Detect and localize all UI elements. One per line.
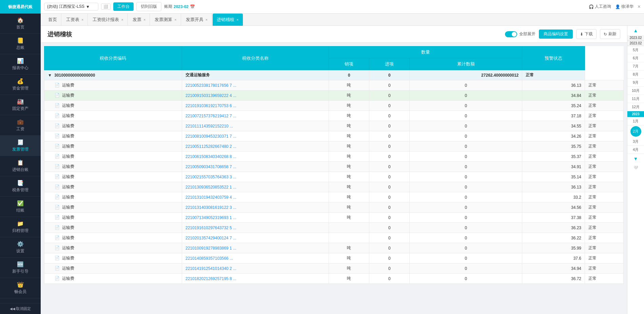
timeline-month-2[interactable]: 2月: [630, 126, 641, 137]
table-row[interactable]: 📄 运输费 2210191036192170753 6 ... 吨 0 0 35…: [44, 101, 624, 111]
item-tag: [329, 223, 369, 233]
tab-invoice-open-close[interactable]: ×: [206, 18, 208, 22]
sidebar-item-member[interactable]: 👑 畅会员: [0, 278, 41, 298]
sidebar-item-invoice-mgmt[interactable]: 🧾 发票管理: [0, 136, 41, 156]
sidebar-item-tax-label: 税务管理: [12, 187, 28, 193]
pin-button[interactable]: ◀◀ 取消固定: [0, 303, 41, 314]
item-tag: 吨: [329, 101, 369, 111]
item-sales: 0: [369, 202, 410, 213]
tab-invoice-open[interactable]: 发票开具 ×: [182, 14, 212, 26]
item-tag: 吨: [329, 243, 369, 253]
sidebar-item-ledger[interactable]: 📒 总账: [0, 34, 41, 54]
table-row[interactable]: ▼ 301000000000000000 交通运输服务 0 0 27262.40…: [44, 70, 624, 80]
sidebar-item-report[interactable]: 📊 报表中心: [0, 54, 41, 75]
download-button[interactable]: ⬇ 下载: [576, 29, 597, 39]
item-purchase: 0: [410, 233, 522, 243]
item-status: 正常: [585, 91, 624, 101]
item-purchase: 0: [410, 152, 522, 162]
user-button[interactable]: 👤 徐泽华: [615, 4, 633, 9]
col-sales: 销项: [329, 58, 369, 70]
timeline-month-6[interactable]: 6月: [627, 54, 644, 62]
expand-toggle[interactable]: 全部展开: [505, 31, 535, 37]
sidebar-item-home[interactable]: 🏠 首页: [0, 14, 41, 34]
tab-home[interactable]: 首页: [44, 14, 61, 26]
timeline-month-5[interactable]: 5月: [627, 46, 644, 54]
calendar-icon[interactable]: 📅: [190, 4, 195, 9]
copy-icon[interactable]: ⬜: [101, 3, 111, 10]
tab-invoice-calc-close[interactable]: ×: [174, 18, 176, 22]
tab-invoice-close[interactable]: ×: [143, 18, 145, 22]
tab-reconcile-close[interactable]: ×: [236, 18, 238, 22]
item-sales: 0: [369, 263, 410, 274]
table-row[interactable]: 📄 运输费 2210201357429400124 7 ... 0 0 36.2…: [44, 233, 624, 243]
sidebar-item-settings[interactable]: ⚙️ 设置: [0, 237, 41, 258]
sidebar-item-archive[interactable]: 📁 归档管理: [0, 217, 41, 237]
tab-salary-report[interactable]: 工资统计报表 ×: [89, 14, 128, 26]
timeline-month-8[interactable]: 8月: [627, 71, 644, 79]
timeline-month-10[interactable]: 10月: [627, 87, 644, 95]
table-row[interactable]: 📄 运输费 2210131019432403759 4 ... 吨 0 0 33…: [44, 192, 624, 202]
sidebar: 畅捷通易代账 🏠 首页 📒 总账 📊 报表中心 💰 资金管理 🏭 固定资产 💼 …: [0, 0, 41, 314]
timeline-month-4[interactable]: 4月: [627, 146, 644, 154]
sidebar-item-member-label: 畅会员: [14, 289, 26, 295]
table-row[interactable]: 📄 运输费 2210130936520853522 1 ... 吨 0 0 36…: [44, 182, 624, 192]
item-invoice: 2210051125282667480 2 ...: [182, 141, 329, 152]
tab-salary-close[interactable]: ×: [81, 18, 83, 22]
company-selector[interactable]: (勿动) 江西报宝-LSS ▼: [44, 3, 98, 11]
item-purchase: 0: [410, 162, 522, 172]
sidebar-item-salary[interactable]: 💼 工资: [0, 115, 41, 136]
sidebar-item-report-label: 报表中心: [12, 65, 28, 71]
close-button[interactable]: ×: [638, 4, 641, 10]
tab-reconcile[interactable]: 进销稽核 ×: [213, 14, 243, 26]
toggle-track[interactable]: [505, 31, 517, 37]
tab-invoice-calc[interactable]: 发票测算 ×: [151, 14, 181, 26]
settings-button[interactable]: 商品编码设置: [539, 30, 573, 39]
tab-salary-report-close[interactable]: ×: [121, 18, 123, 22]
item-status: 正常: [585, 131, 624, 141]
table-row[interactable]: 📄 运输费 2210111143592152210 ... 吨 0 0 34.5…: [44, 121, 624, 131]
table-row[interactable]: 📄 运输费 2210021557035764363 3 ... 吨 0 0 35…: [44, 172, 624, 182]
table-row[interactable]: 📄 运输费 2210052338178017656 7 ... 吨 0 0 36…: [44, 80, 624, 91]
timeline-month-12[interactable]: 12月: [627, 103, 644, 111]
item-sales: 0: [369, 162, 410, 172]
table-row[interactable]: 📄 运输费 2210071349052319693 1 ... 吨 0 0 37…: [44, 213, 624, 223]
item-name: 📄 运输费: [44, 223, 182, 233]
table-row[interactable]: 📄 运输费 2210182021269257195 8 ... 吨 0 0 36…: [44, 274, 624, 284]
timeline-month-7[interactable]: 7月: [627, 62, 644, 71]
table-row[interactable]: 📄 运输费 2210191610297643732 5 ... 0 0 36.2…: [44, 223, 624, 233]
headphone-icon: 🎧: [589, 4, 594, 9]
toggle-thumb: [512, 32, 516, 37]
workspace-button[interactable]: 工作台: [113, 2, 134, 11]
timeline-down-button[interactable]: ▼: [632, 155, 639, 162]
timeline-month-1[interactable]: 1月: [627, 117, 644, 125]
sidebar-item-asset[interactable]: 🏭 固定资产: [0, 95, 41, 115]
table-row[interactable]: 📄 运输费 2210061508340340268 8 ... 吨 0 0 35…: [44, 152, 624, 162]
table-row[interactable]: 📄 运输费 2210091503139659222 4 ... 吨 0 0 34…: [44, 91, 624, 101]
item-sales: 0: [369, 274, 410, 284]
table-row[interactable]: 📄 运输费 2210141912541014340 2 ... 吨 0 0 34…: [44, 263, 624, 274]
timeline-month-3[interactable]: 3月: [627, 138, 644, 146]
timeline-up-button[interactable]: ▲: [632, 27, 639, 34]
table-row[interactable]: 📄 运输费 2210050903431708658 7 ... 吨 0 0 34…: [44, 162, 624, 172]
sidebar-item-guide[interactable]: 🆕 新手引导: [0, 258, 41, 278]
table-row[interactable]: 📄 运输费 2210081009453230371 7 ... 吨 0 0 34…: [44, 131, 624, 141]
service-button[interactable]: 🎧 人工咨询: [589, 4, 611, 9]
item-invoice: 2210141912541014340 2 ...: [182, 263, 329, 274]
table-row[interactable]: 📄 运输费 2210051125282667480 2 ... 吨 0 0 35…: [44, 141, 624, 152]
tab-invoice[interactable]: 发票 ×: [129, 14, 150, 26]
sidebar-item-fund[interactable]: 💰 资金管理: [0, 75, 41, 95]
table-row[interactable]: 📄 运输费 2210072157376219412 7 ... 吨 0 0 37…: [44, 111, 624, 121]
sidebar-item-tax[interactable]: 📑 税务管理: [0, 176, 41, 197]
table-row[interactable]: 📄 运输费 2210140859357103566 ... 吨 0 0 37.6…: [44, 253, 624, 263]
timeline-month-11[interactable]: 11月: [627, 95, 644, 103]
collapse-icon[interactable]: ▼: [48, 73, 52, 78]
item-invoice: 2210091503139659222 4 ...: [182, 91, 329, 101]
tab-salary[interactable]: 工资表 ×: [62, 14, 88, 26]
sidebar-item-reconcile-ledger[interactable]: 📋 进销台账: [0, 156, 41, 176]
table-row[interactable]: 📄 运输费 2210131403081619122 3 ... 吨 0 0 34…: [44, 202, 624, 213]
switch-version-button[interactable]: 切到旧版: [136, 2, 161, 11]
refresh-button[interactable]: ↻ 刷新: [600, 29, 620, 39]
sidebar-item-settle[interactable]: ✅ 结账: [0, 197, 41, 217]
table-row[interactable]: 📄 运输费 2210100919278983869 1 ... 吨 0 0 35…: [44, 243, 624, 253]
timeline-month-9[interactable]: 9月: [627, 79, 644, 87]
